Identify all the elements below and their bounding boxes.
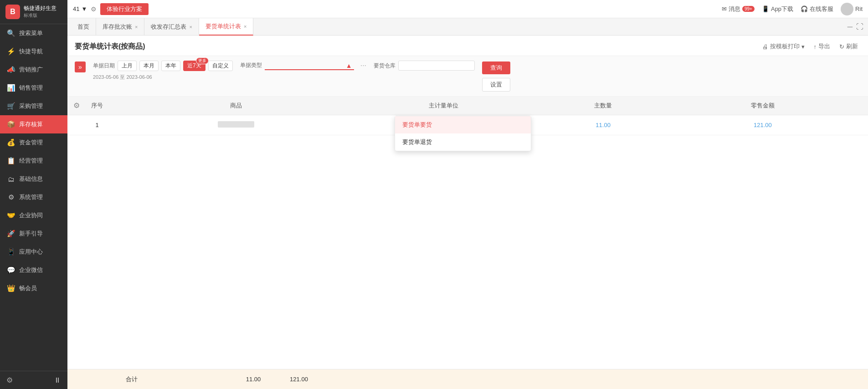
app-sub: 标准版	[24, 12, 56, 19]
date-curr-btn[interactable]: 本月	[139, 61, 159, 71]
topbar-right: ✉ 消息 99+ 📱 App下载 🎧 在线客服 Rit	[722, 3, 863, 15]
sidebar-item-enterprise[interactable]: 🤝企业协同	[0, 206, 67, 225]
refresh-btn[interactable]: ↻ 刷新	[837, 41, 861, 52]
export-btn[interactable]: ↑ 导出	[811, 41, 833, 52]
tab-requisition-label: 要货单统计表	[205, 22, 241, 31]
tab-collect[interactable]: 收发存汇总表 ×	[144, 18, 199, 36]
print-label: 按模板打印	[770, 42, 800, 51]
tab-batch-label: 库存批次账	[103, 23, 132, 31]
system-icon: ⚙	[6, 193, 15, 202]
tab-home[interactable]: 首页	[71, 18, 96, 36]
sidebar-nav: 🔍搜索菜单⚡快捷导航📣营销推广📊销售管理🛒采购管理📦库存核算💰资金管理📋经营管理…	[0, 24, 67, 371]
date-prev-btn[interactable]: 上月	[118, 61, 137, 71]
tab-batch-close[interactable]: ×	[135, 24, 138, 30]
table-gear-icon[interactable]: ⚙	[73, 102, 80, 109]
warehouse-input[interactable]	[398, 61, 475, 71]
settings-icon[interactable]: ⚙	[6, 376, 13, 384]
store-selector[interactable]: 41 ▼	[73, 5, 87, 12]
appstore-icon: 📱	[6, 247, 15, 256]
msg-label: 消息	[729, 5, 740, 13]
type-select-input[interactable]	[265, 61, 354, 70]
tab-minimize-icon[interactable]: ─	[847, 22, 853, 32]
app-download-btn[interactable]: 📱 App下载	[762, 5, 793, 13]
action-btns: 查询 设置	[482, 61, 510, 92]
sidebar-item-shortcut[interactable]: ⚡快捷导航	[0, 42, 67, 61]
app-name: 畅捷通好生意	[24, 5, 56, 12]
print-btn[interactable]: 🖨 按模板打印 ▾	[760, 41, 807, 52]
page-header: 要货单统计表(按商品) 🖨 按模板打印 ▾ ↑ 导出 ↻ 刷新	[67, 36, 868, 56]
topbar: 41 ▼ ⚙ 体验行业方案 ✉ 消息 99+ 📱 App下载 🎧 在线客服 R	[67, 0, 868, 18]
table-footer: 合计 11.00 121.00	[67, 369, 868, 389]
tab-batch[interactable]: 库存批次账 ×	[96, 18, 144, 36]
topbar-left: 41 ▼ ⚙ 体验行业方案	[73, 3, 149, 15]
row-settings	[67, 115, 86, 135]
tabbar-right: ─ ⛶	[847, 22, 864, 32]
sidebar-item-search[interactable]: 🔍搜索菜单	[0, 24, 67, 42]
sidebar-item-basic[interactable]: 🗂基础信息	[0, 170, 67, 188]
user-avatar-area[interactable]: Rit	[841, 3, 863, 15]
sidebar-item-system[interactable]: ⚙系统管理	[0, 188, 67, 206]
sidebar-item-inventory[interactable]: 📦库存核算	[0, 115, 67, 133]
dropdown-item-requisition-return[interactable]: 要货单退货	[395, 133, 531, 151]
dropdown-item-requisition-order[interactable]: 要货单要货	[395, 116, 531, 133]
sidebar-item-guide[interactable]: 🚀新手引导	[0, 225, 67, 243]
query-btn[interactable]: 查询	[482, 61, 510, 74]
footer-label: 合计	[112, 375, 185, 384]
col-amount-header: 零售金额	[683, 97, 842, 115]
type-filter-group: 单据类型 ▲ ···	[240, 61, 366, 70]
service-btn[interactable]: 🎧 在线客服	[801, 5, 833, 13]
type-dropdown: 要货单要货 要货单退货	[395, 116, 531, 151]
date-year-btn[interactable]: 本年	[161, 61, 180, 71]
filter-expand-btn[interactable]: »	[75, 61, 86, 72]
qty-link[interactable]: 11.00	[596, 122, 611, 128]
app-logo-icon: B	[5, 5, 20, 19]
topbar-gear-icon[interactable]: ⚙	[91, 5, 97, 13]
warehouse-label: 要货仓库	[374, 62, 395, 70]
set-btn[interactable]: 设置	[482, 78, 510, 92]
guide-icon: 🚀	[6, 229, 15, 238]
sidebar-item-purchase[interactable]: 🛒采购管理	[0, 97, 67, 115]
sidebar-item-operation[interactable]: 📋经营管理	[0, 152, 67, 170]
date-week7-btn[interactable]: 近7天 更多	[183, 61, 205, 71]
store-dropdown-icon: ▼	[81, 5, 87, 12]
type-select-box: ▲	[265, 61, 354, 70]
sidebar-item-label-guide: 新手引导	[19, 230, 43, 238]
row-qty: 11.00	[524, 115, 683, 135]
col-product-header: 商品	[108, 97, 364, 115]
sidebar-item-appstore[interactable]: 📱应用中心	[0, 243, 67, 261]
date-custom-btn[interactable]: 自定义	[208, 61, 233, 71]
sidebar-item-marketing[interactable]: 📣营销推广	[0, 61, 67, 79]
tab-requisition[interactable]: 要货单统计表 ×	[199, 18, 253, 36]
type-filter-label: 单据类型	[240, 61, 262, 69]
inventory-icon: 📦	[6, 120, 15, 129]
type-dots-icon[interactable]: ···	[360, 61, 366, 70]
date-range-text: 2023-05-06 至 2023-06-06	[93, 74, 233, 81]
tab-expand-icon[interactable]: ⛶	[855, 22, 864, 32]
more-badge: 更多	[196, 57, 209, 64]
sidebar-item-label-member: 畅会员	[19, 284, 37, 292]
date-filter-row: 单据日期 上月 本月 本年 近7天 更多 自定义	[93, 61, 233, 71]
sidebar-item-finance[interactable]: 💰资金管理	[0, 133, 67, 152]
headset-icon: 🎧	[801, 5, 808, 12]
print-arrow-icon: ▾	[801, 43, 805, 50]
collapse-icon[interactable]: ⏸	[54, 376, 61, 384]
amount-link[interactable]: 121.00	[754, 122, 772, 128]
sidebar: B 畅捷通好生意 标准版 🔍搜索菜单⚡快捷导航📣营销推广📊销售管理🛒采购管理📦库…	[0, 0, 67, 389]
messages-btn[interactable]: ✉ 消息 99+	[722, 5, 755, 13]
row-amount: 121.00	[683, 115, 842, 135]
warehouse-filter-group: 要货仓库	[374, 61, 475, 71]
col-settings-header: ⚙	[67, 97, 86, 115]
operation-icon: 📋	[6, 156, 15, 165]
sidebar-item-label-shortcut: 快捷导航	[19, 47, 43, 56]
sidebar-item-label-purchase: 采购管理	[19, 102, 43, 110]
tab-collect-close[interactable]: ×	[189, 24, 192, 30]
export-icon: ↑	[814, 43, 817, 50]
sidebar-item-member[interactable]: 👑畅会员	[0, 279, 67, 297]
basic-icon: 🗂	[6, 174, 15, 184]
sidebar-item-sales[interactable]: 📊销售管理	[0, 79, 67, 97]
col-qty-header: 主数量	[524, 97, 683, 115]
tab-requisition-close[interactable]: ×	[244, 24, 247, 29]
sidebar-item-wechat[interactable]: 💬企业微信	[0, 261, 67, 279]
sidebar-item-label-inventory: 库存核算	[19, 120, 43, 128]
industry-btn[interactable]: 体验行业方案	[100, 3, 149, 15]
